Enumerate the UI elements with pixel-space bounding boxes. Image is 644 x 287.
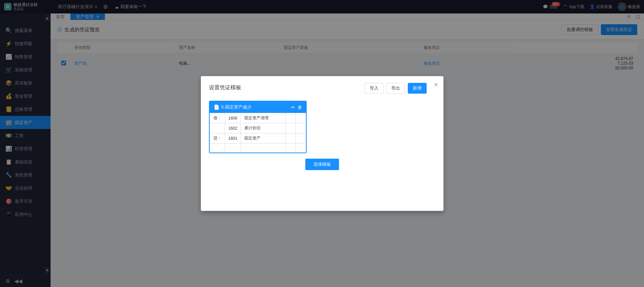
app-container: 好 畅捷通好业财 普及版 医疗器械行业演示 ▼ ⚙ ☁ 我要体验一下 💬 消息 … — [0, 0, 644, 287]
empty-cell-2 — [225, 144, 241, 153]
import-btn[interactable]: 导入 — [365, 83, 384, 94]
entry-type-1: 借： — [210, 113, 225, 123]
modal-close-btn[interactable]: ✕ — [434, 82, 438, 88]
empty-cell-3 — [241, 144, 285, 153]
entry-debit-1 — [285, 113, 296, 123]
empty-cell-4 — [285, 144, 296, 153]
entry-code-3: 1601 — [225, 133, 241, 144]
template-entry-row-2: 1602 累计折旧 — [210, 123, 306, 133]
modal-content: 📄 5-固定资产减少 ✏ 🗑 借： 1606 固定资产清理 — [209, 98, 435, 170]
entry-name-3: 固定资产 — [241, 133, 285, 144]
entry-code-2: 1602 — [225, 123, 241, 133]
empty-cell-5 — [296, 144, 306, 153]
template-entries-table: 借： 1606 固定资产清理 1602 累计折旧 — [210, 113, 306, 153]
export-btn[interactable]: 导出 — [386, 83, 405, 94]
entry-credit-1 — [296, 113, 306, 123]
new-btn[interactable]: 新增 — [408, 83, 427, 94]
template-file-icon: 📄 — [214, 104, 219, 110]
entry-credit-2 — [296, 123, 306, 133]
entry-type-2 — [210, 123, 225, 133]
template-entry-row-1: 借： 1606 固定资产清理 — [210, 113, 306, 123]
template-card-header: 📄 5-固定资产减少 ✏ 🗑 — [210, 101, 306, 113]
template-delete-icon[interactable]: 🗑 — [298, 105, 302, 110]
template-edit-icon[interactable]: ✏ — [291, 105, 295, 110]
entry-credit-3 — [296, 133, 306, 144]
select-template-btn[interactable]: 选择模板 — [305, 159, 339, 170]
modal-overlay: 设置凭证模板 导入 导出 新增 ✕ 📄 5-固定资产减少 ✏ 🗑 — [0, 0, 644, 287]
template-card: 📄 5-固定资产减少 ✏ 🗑 借： 1606 固定资产清理 — [209, 101, 307, 153]
modal-toolbar: 导入 导出 新增 — [365, 83, 427, 94]
entry-code-1: 1606 — [225, 113, 241, 123]
template-entry-row-empty — [210, 144, 306, 153]
template-header-actions: ✏ 🗑 — [291, 105, 302, 110]
empty-cell-1 — [210, 144, 225, 153]
modal-dialog: 设置凭证模板 导入 导出 新增 ✕ 📄 5-固定资产减少 ✏ 🗑 — [201, 76, 443, 211]
entry-name-2: 累计折旧 — [241, 123, 285, 133]
entry-name-1: 固定资产清理 — [241, 113, 285, 123]
entry-debit-2 — [285, 123, 296, 133]
template-name: 5-固定资产减少 — [221, 104, 252, 110]
entry-debit-3 — [285, 133, 296, 144]
entry-type-3: 贷： — [210, 133, 225, 144]
template-entry-row-3: 贷： 1601 固定资产 — [210, 133, 306, 144]
